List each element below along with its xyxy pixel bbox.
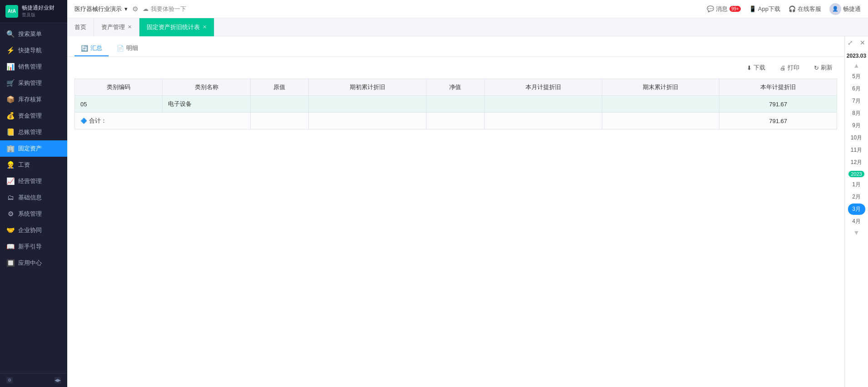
panel-month-5月[interactable]: 5月	[848, 71, 865, 82]
nav-icon: 📒	[6, 128, 15, 136]
sidebar-header: AtA 畅捷通好业财 普及版	[0, 0, 67, 23]
download-btn[interactable]: ⬇ 下载	[742, 61, 770, 74]
tab-0[interactable]: 首页	[67, 18, 94, 36]
username: 畅捷通	[843, 5, 861, 13]
depreciation-table: 类别编码类别名称原值期初累计折旧净值本月计提折旧期末累计折旧本年计提折旧 05电…	[74, 79, 837, 129]
company-selector[interactable]: 医疗器械行业演示 ▾	[74, 5, 128, 13]
sidebar-item-企业协同[interactable]: 🤝企业协同	[0, 222, 67, 238]
nav-label: 工资	[18, 161, 30, 169]
panel-expand-btn[interactable]: ⤢	[848, 39, 853, 46]
user-btn[interactable]: 👤 畅捷通	[829, 3, 861, 15]
topbar: 医疗器械行业演示 ▾ ⚙ ☁ 我要体验一下 💬 消息 99+ 📱 App下载 🎧…	[67, 0, 868, 18]
sidebar-title-group: 畅捷通好业财 普及版	[22, 5, 55, 18]
total-row: 🔷合计：791.67	[75, 113, 837, 129]
print-btn[interactable]: 🖨 打印	[775, 61, 804, 74]
col-header-类别编码: 类别编码	[75, 79, 163, 96]
cell-3	[308, 96, 426, 113]
total-icon: 🔷	[80, 118, 87, 124]
tab-2[interactable]: 固定资产折旧统计表✕	[139, 18, 214, 36]
sidebar-item-新手引导[interactable]: 📖新手引导	[0, 238, 67, 255]
sidebar-item-固定资产[interactable]: 🏢固定资产	[0, 140, 67, 157]
topbar-right: 💬 消息 99+ 📱 App下载 🎧 在线客服 👤 畅捷通	[707, 3, 861, 15]
tab-1[interactable]: 资产管理✕	[94, 18, 139, 36]
panel-years: ▲5月6月7月8月9月10月11月12月20231月2月3月4月▼	[845, 61, 868, 237]
total-cell-2	[250, 113, 308, 129]
panel-month-4月[interactable]: 4月	[848, 216, 865, 227]
panel-month-12月[interactable]: 12月	[848, 157, 865, 168]
panel-month-9月[interactable]: 9月	[848, 120, 865, 131]
tab-label: 资产管理	[101, 23, 125, 31]
avatar: 👤	[829, 3, 841, 15]
app-logo-icon: AtA	[5, 5, 18, 18]
sidebar-item-资金管理[interactable]: 💰资金管理	[0, 108, 67, 124]
sidebar-collapse-btn[interactable]: ◀▶	[55, 377, 61, 383]
sub-tab-icon: 🔄	[81, 45, 88, 52]
sidebar-item-总账管理[interactable]: 📒总账管理	[0, 124, 67, 140]
nav-icon: 📊	[6, 63, 15, 71]
panel-down-arrow[interactable]: ▼	[853, 229, 860, 236]
sidebar-nav: 🔍搜索菜单⚡快捷导航📊销售管理🛒采购管理📦库存核算💰资金管理📒总账管理🏢固定资产…	[0, 23, 67, 373]
app-download-btn[interactable]: 📱 App下载	[749, 5, 780, 13]
nav-label: 应用中心	[18, 259, 42, 267]
cell-1: 电子设备	[163, 96, 250, 113]
panel-month-2月[interactable]: 2月	[848, 191, 865, 203]
sidebar-item-库存核算[interactable]: 📦库存核算	[0, 91, 67, 108]
nav-label: 经营管理	[18, 177, 42, 185]
download-icon: ⬇	[747, 64, 752, 71]
message-icon: 💬	[707, 5, 714, 12]
toolbar: ⬇ 下载 🖨 打印 ↻ 刷新	[67, 57, 844, 79]
nav-icon: 🤝	[6, 226, 15, 234]
panel-month-3月[interactable]: 3月	[848, 203, 865, 215]
sidebar-item-采购管理[interactable]: 🛒采购管理	[0, 75, 67, 91]
panel-month-10月[interactable]: 10月	[848, 132, 865, 144]
message-badge: 99+	[729, 6, 741, 12]
total-cell-6	[602, 113, 719, 129]
sidebar-item-应用中心[interactable]: 🔲应用中心	[0, 255, 67, 271]
cell-4	[426, 96, 484, 113]
panel-close-btn[interactable]: ✕	[860, 39, 865, 46]
sidebar: AtA 畅捷通好业财 普及版 🔍搜索菜单⚡快捷导航📊销售管理🛒采购管理📦库存核算…	[0, 0, 67, 387]
panel-month-11月[interactable]: 11月	[848, 144, 865, 156]
experience-btn[interactable]: ☁ 我要体验一下	[143, 5, 186, 13]
panel-up-arrow[interactable]: ▲	[853, 62, 860, 69]
print-label: 打印	[788, 64, 799, 72]
sidebar-footer: ⚙ ◀▶	[0, 373, 67, 387]
sidebar-item-搜索菜单[interactable]: 🔍搜索菜单	[0, 26, 67, 42]
customer-service-btn[interactable]: 🎧 在线客服	[789, 5, 821, 13]
refresh-label: 刷新	[821, 64, 833, 72]
nav-icon: 🛒	[6, 79, 15, 87]
refresh-btn[interactable]: ↻ 刷新	[809, 61, 837, 74]
panel-month-8月[interactable]: 8月	[848, 108, 865, 119]
nav-label: 搜索菜单	[18, 30, 42, 38]
panel-month-6月[interactable]: 6月	[848, 83, 865, 94]
sidebar-item-销售管理[interactable]: 📊销售管理	[0, 59, 67, 75]
sidebar-item-经营管理[interactable]: 📈经营管理	[0, 173, 67, 189]
experience-icon: ☁	[143, 5, 149, 12]
tab-close-btn[interactable]: ✕	[128, 24, 132, 30]
nav-icon: 💰	[6, 112, 15, 120]
sidebar-settings-btn[interactable]: ⚙	[6, 377, 13, 383]
tab-label: 首页	[74, 23, 86, 31]
message-btn[interactable]: 💬 消息 99+	[707, 5, 741, 13]
sidebar-item-快捷导航[interactable]: ⚡快捷导航	[0, 42, 67, 59]
nav-icon: 📖	[6, 243, 15, 251]
table-container: 类别编码类别名称原值期初累计折旧净值本月计提折旧期末累计折旧本年计提折旧 05电…	[67, 79, 844, 387]
topbar-settings-icon[interactable]: ⚙	[132, 5, 138, 13]
panel-month-1月[interactable]: 1月	[848, 179, 865, 190]
tab-close-btn[interactable]: ✕	[203, 24, 207, 30]
col-header-本月计提折旧: 本月计提折旧	[484, 79, 602, 96]
year-badge: 2023	[848, 171, 864, 177]
download-label: 下载	[754, 64, 765, 72]
sidebar-item-工资[interactable]: 👷工资	[0, 157, 67, 173]
panel-month-7月[interactable]: 7月	[848, 95, 865, 107]
sidebar-item-基础信息[interactable]: 🗂基础信息	[0, 189, 67, 206]
nav-icon: ⚡	[6, 46, 15, 55]
main-area: 医疗器械行业演示 ▾ ⚙ ☁ 我要体验一下 💬 消息 99+ 📱 App下载 🎧…	[67, 0, 868, 387]
tabs-bar: 首页资产管理✕固定资产折旧统计表✕	[67, 18, 868, 36]
col-header-净值: 净值	[426, 79, 484, 96]
sub-tab-明细[interactable]: 📄明细	[110, 41, 144, 56]
col-header-类别名称: 类别名称	[163, 79, 250, 96]
cell-6	[602, 96, 719, 113]
sidebar-item-系统管理[interactable]: ⚙系统管理	[0, 206, 67, 222]
sub-tab-汇总[interactable]: 🔄汇总	[74, 41, 109, 56]
